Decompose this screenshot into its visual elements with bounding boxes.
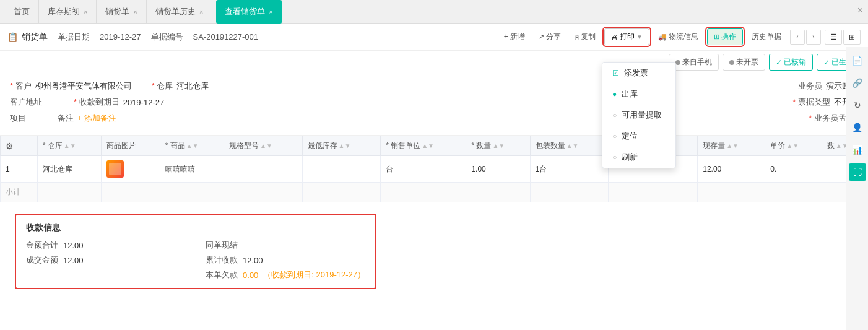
history-button[interactable]: 历史单据 xyxy=(747,29,786,45)
dropdown-item-refresh[interactable]: ○ 刷新 xyxy=(602,147,675,168)
dropdown-locate-label: 定位 xyxy=(622,131,638,142)
tab-home[interactable]: 首页 xyxy=(5,0,39,24)
not-open-button[interactable]: 未开票 xyxy=(723,54,765,71)
doc-number-value: SA-20191227-001 xyxy=(193,32,259,41)
from-phone-button[interactable]: 来自手机 xyxy=(669,54,719,71)
sidebar-icon-expand[interactable]: ⛶ xyxy=(849,163,866,181)
project-field: 项目 — xyxy=(10,113,38,124)
tab-view-sales-close[interactable]: × xyxy=(269,8,272,15)
tab-sales[interactable]: 销货单 × xyxy=(97,0,146,24)
address-label: 客户地址 xyxy=(10,97,42,108)
confirm-label: 已核销 xyxy=(784,57,806,67)
from-phone-label: 来自手机 xyxy=(682,57,712,67)
total-value: 12.00 xyxy=(63,241,84,250)
cell-warehouse: 河北仓库 xyxy=(37,156,101,183)
copy-button[interactable]: ⎘ 复制 xyxy=(570,29,601,45)
copy-button-label: 复制 xyxy=(581,32,596,42)
radio-icon-3: ○ xyxy=(612,132,617,141)
th-pack-qty: 包装数量▲▼ xyxy=(530,136,609,156)
tab-view-sales[interactable]: 查看销货单 × xyxy=(216,0,282,24)
deal-row: 成交金额 12.00 xyxy=(26,254,186,266)
doc-title-icon: 📋 xyxy=(7,32,18,42)
subtotal-label: 小计 xyxy=(1,183,38,202)
payment-title: 收款信息 xyxy=(26,222,365,233)
subtotal-img xyxy=(102,183,160,202)
grid-view-button[interactable]: ⊞ xyxy=(843,30,861,45)
dropdown-item-outbound[interactable]: ● 出库 xyxy=(602,84,675,105)
logistics-button[interactable]: 🚚 物流信息 xyxy=(653,29,703,45)
subtotal-available xyxy=(609,183,698,202)
print-button-label: 打印 xyxy=(620,32,635,42)
payment-date-field: 收款到期日 2019-12-27 xyxy=(74,97,164,108)
radio-icon-4: ○ xyxy=(612,153,617,162)
doc-title-text: 销货单 xyxy=(22,32,48,43)
sidebar-icon-chart[interactable]: 📊 xyxy=(849,141,866,158)
sidebar-icon-link[interactable]: 🔗 xyxy=(849,74,866,92)
from-phone-dot xyxy=(675,60,680,65)
dropdown-item-available[interactable]: ○ 可用量提取 xyxy=(602,105,675,126)
prev-button[interactable]: ‹ xyxy=(790,30,805,45)
same-order-label: 同单现结 xyxy=(206,240,238,251)
add-remark-button[interactable]: 添加备注 xyxy=(77,113,116,124)
due-note: （收款到期日: 2019-12-27） xyxy=(263,269,365,280)
dropdown-item-locate[interactable]: ○ 定位 xyxy=(602,126,675,147)
cell-pack-qty: 1台 xyxy=(530,156,609,183)
staff-label: 业务员 xyxy=(798,80,822,92)
ticket-label: 票据类型 xyxy=(792,97,830,108)
product-image xyxy=(106,160,124,178)
window-close-button[interactable]: × xyxy=(857,5,863,16)
th-settings: ⚙ xyxy=(1,136,38,156)
share-button[interactable]: ↗ 分享 xyxy=(534,29,566,45)
tab-inventory[interactable]: 库存期初 × xyxy=(39,0,97,24)
cell-spec xyxy=(224,156,303,183)
dropdown-outbound-label: 出库 xyxy=(622,89,638,100)
address-value: — xyxy=(46,98,54,107)
sidebar-icon-doc[interactable]: 📄 xyxy=(849,52,866,69)
due-value: 0.00 xyxy=(243,271,258,280)
same-order-value: — xyxy=(243,241,251,250)
main-content: 📋 销货单 单据日期 2019-12-27 单据编号 SA-20191227-0… xyxy=(0,24,868,330)
cell-qty: 1.00 xyxy=(466,156,530,183)
sidebar-icon-user[interactable]: 👤 xyxy=(849,119,866,136)
operate-button-label: 操作 xyxy=(721,32,736,42)
new-button[interactable]: + 新增 xyxy=(499,29,530,45)
next-button[interactable]: › xyxy=(806,30,821,45)
table-container: ⚙ * 仓库▲▼ 商品图片 * 商品▲▼ 规格型号▲▼ 最低库存▲▼ * 销售单… xyxy=(0,136,868,202)
table-header-row: ⚙ * 仓库▲▼ 商品图片 * 商品▲▼ 规格型号▲▼ 最低库存▲▼ * 销售单… xyxy=(1,136,868,156)
confirm-button[interactable]: ✓ 已核销 xyxy=(769,54,813,71)
sidebar-icon-refresh[interactable]: ↻ xyxy=(849,97,866,114)
payment-date-value: 2019-12-27 xyxy=(123,98,165,107)
project-label: 项目 xyxy=(10,113,26,124)
tab-sales-history[interactable]: 销货单历史 × xyxy=(147,0,212,24)
subtotal-unit xyxy=(381,183,466,202)
due-row: 本单欠款 0.00 （收款到期日: 2019-12-27） xyxy=(206,269,365,280)
tab-sales-close[interactable]: × xyxy=(133,8,137,15)
list-view-button[interactable]: ☰ xyxy=(825,30,842,45)
tab-inventory-close[interactable]: × xyxy=(84,8,87,15)
toolbar-row: 来自手机 未开票 ✓ 已核销 ✓ 已生效 xyxy=(0,51,868,74)
tab-inventory-label: 库存期初 xyxy=(48,6,80,17)
doc-date-value: 2019-12-27 xyxy=(100,32,141,41)
product-image-inner xyxy=(109,163,121,175)
subtotal-pack xyxy=(530,183,609,202)
dropdown-item-invoice[interactable]: ☑ 添发票 xyxy=(602,63,675,84)
history-button-label: 历史单据 xyxy=(752,32,781,42)
form-row-1: 客户 柳州粤港平安气体有限公司 仓库 河北仓库 业务员 演示账号 xyxy=(10,80,858,92)
cumulative-row: 累计收款 12.00 xyxy=(206,254,365,266)
th-product-img: 商品图片 xyxy=(102,136,160,156)
deal-value: 12.00 xyxy=(63,256,84,265)
gear-icon[interactable]: ⚙ xyxy=(6,141,14,151)
cumulative-label: 累计收款 xyxy=(206,254,238,266)
customer-label: 客户 xyxy=(10,80,32,92)
warehouse-value: 河北仓库 xyxy=(176,80,209,92)
tab-sales-history-close[interactable]: × xyxy=(199,8,203,15)
radio-icon-2: ○ xyxy=(612,111,617,119)
not-open-label: 未开票 xyxy=(736,57,758,67)
tab-home-label: 首页 xyxy=(14,6,30,17)
print-button[interactable]: 🖨 打印 ▼ xyxy=(604,28,649,45)
operate-button[interactable]: ⊞ 操作 xyxy=(707,28,743,45)
doc-date-label: 单据日期 xyxy=(58,32,90,43)
cell-product: 嘻嘻嘻嘻 xyxy=(160,156,224,183)
form-section: 客户 柳州粤港平安气体有限公司 仓库 河北仓库 业务员 演示账号 客户地址 — xyxy=(0,74,868,136)
doc-header: 📋 销货单 单据日期 2019-12-27 单据编号 SA-20191227-0… xyxy=(0,24,868,51)
